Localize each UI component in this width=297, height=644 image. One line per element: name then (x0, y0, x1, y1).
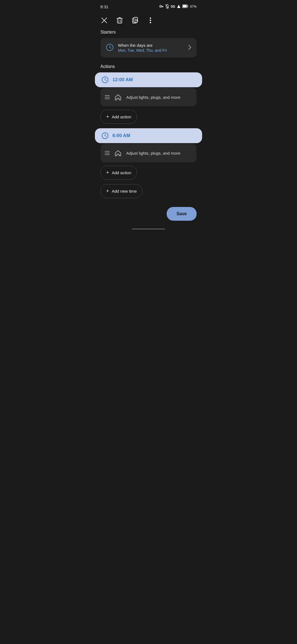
action-card-1[interactable]: Adjust lights, plugs, and more (100, 88, 197, 107)
bottom-indicator (132, 228, 165, 230)
starter-card[interactable]: When the days are Mon, Tue, Wed, Thu, an… (100, 38, 197, 58)
svg-rect-2 (163, 7, 163, 7)
close-button[interactable] (100, 17, 108, 24)
starters-label: Starters (95, 28, 202, 38)
svg-point-4 (160, 6, 161, 7)
save-button-container: Save (95, 203, 202, 225)
starter-card-subtitle: Mon, Tue, Wed, Thu, and Fri (118, 48, 186, 53)
drag-handle-1 (105, 95, 110, 99)
svg-marker-8 (177, 5, 180, 8)
svg-rect-10 (183, 5, 187, 7)
network-label: 5G (171, 5, 175, 9)
plus-icon-1: + (106, 114, 109, 120)
starters-section: Starters When the days are Mon, Tue, Wed… (95, 28, 202, 58)
actions-section: Actions 12:00 AM Adjust lights, plugs, a… (95, 62, 202, 198)
time-block-1: 12:00 AM Adjust lights, plugs, and more … (95, 72, 202, 124)
time-label-1: 12:00 AM (112, 77, 133, 83)
starter-card-content: When the days are Mon, Tue, Wed, Thu, an… (118, 43, 186, 53)
svg-point-28 (150, 20, 151, 21)
time-clock-icon-1 (101, 76, 109, 83)
svg-point-29 (150, 22, 151, 23)
time-block-2: 6:00 AM Adjust lights, plugs, and more +… (95, 128, 202, 198)
add-action-label-2: Add action (112, 170, 131, 175)
starter-card-title: When the days are (118, 43, 186, 48)
mute-icon (165, 4, 169, 9)
plus-icon-2: + (106, 170, 109, 176)
svg-line-32 (110, 47, 111, 48)
time-clock-icon-2 (101, 132, 109, 139)
home-icon-1 (114, 93, 122, 101)
svg-line-38 (105, 136, 106, 137)
add-new-time-button[interactable]: + Add new time (100, 184, 142, 198)
battery-percent: 97% (190, 5, 197, 9)
add-action-button-2[interactable]: + Add action (100, 166, 137, 180)
status-time: 8:31 (100, 4, 108, 9)
add-action-button-1[interactable]: + Add action (100, 110, 137, 124)
svg-rect-3 (162, 7, 163, 7)
battery-icon (182, 4, 188, 9)
svg-rect-11 (188, 6, 188, 7)
action-text-1: Adjust lights, plugs, and more (126, 95, 180, 100)
action-text-2: Adjust lights, plugs, and more (126, 151, 180, 155)
delete-button[interactable] (116, 17, 123, 24)
signal-icon (177, 4, 181, 9)
time-header-1[interactable]: 12:00 AM (95, 72, 202, 87)
toolbar (95, 12, 202, 28)
svg-point-27 (150, 18, 151, 19)
svg-rect-14 (117, 18, 122, 23)
status-icons: 5G 97% (159, 4, 197, 9)
export-button[interactable] (131, 17, 139, 24)
add-action-label-1: Add action (112, 114, 131, 119)
key-icon (159, 4, 164, 9)
time-label-2: 6:00 AM (112, 133, 130, 138)
chevron-right-icon (188, 45, 191, 51)
drag-handle-2 (105, 151, 110, 155)
time-header-2[interactable]: 6:00 AM (95, 128, 202, 143)
more-options-button[interactable] (147, 17, 154, 24)
home-icon-2 (114, 149, 122, 157)
actions-label: Actions (95, 62, 202, 72)
plus-icon-3: + (106, 188, 109, 194)
clock-icon (106, 43, 114, 52)
add-new-time-label: Add new time (112, 189, 137, 193)
save-button[interactable]: Save (167, 207, 197, 221)
status-bar: 8:31 5G (95, 0, 202, 12)
svg-rect-22 (134, 17, 138, 22)
action-card-2[interactable]: Adjust lights, plugs, and more (100, 144, 197, 162)
svg-line-35 (105, 80, 106, 81)
bottom-bar (95, 225, 202, 232)
svg-rect-1 (161, 6, 163, 7)
